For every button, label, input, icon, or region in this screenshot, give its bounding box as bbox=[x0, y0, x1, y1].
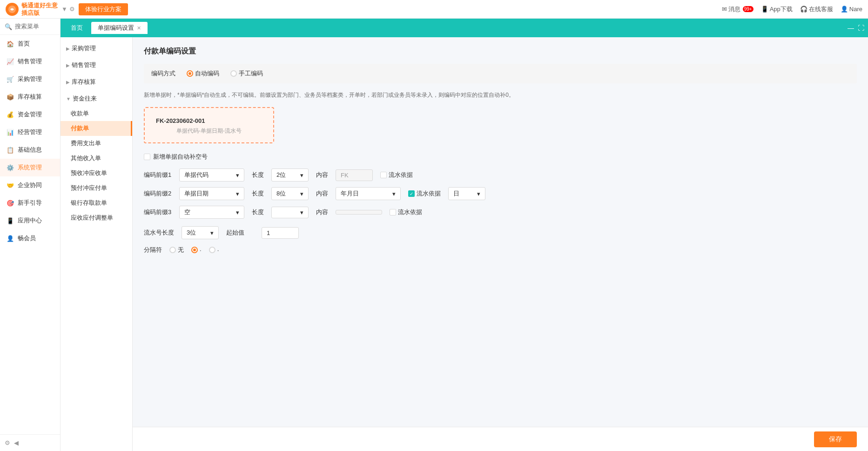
right-wrapper: 首页 单据编码设置 ✕ — ⛶ ▶ 采购管理 bbox=[61, 19, 868, 451]
sidebar-label-inventory: 库存核算 bbox=[18, 93, 42, 101]
prefix3-label: 编码前缀3 bbox=[144, 208, 172, 216]
preview-code: FK-20230602-001 bbox=[156, 115, 262, 125]
sidebar-collapse-btn[interactable]: ◀ bbox=[14, 439, 19, 446]
finance-icon: 💰 bbox=[7, 111, 14, 118]
len1-select[interactable]: 2位 ▾ bbox=[271, 168, 309, 182]
sec-item-other-income[interactable]: 其他收入单 bbox=[61, 151, 132, 166]
sidebar-settings-btn[interactable]: ⚙ bbox=[5, 439, 10, 446]
sec-item-receipt[interactable]: 收款单 bbox=[61, 106, 132, 121]
stream1-checkbox[interactable] bbox=[380, 172, 387, 178]
sidebar-label-sales: 销售管理 bbox=[18, 57, 42, 66]
save-button[interactable]: 保存 bbox=[814, 431, 857, 447]
sidebar-item-corp[interactable]: 🤝 企业协同 bbox=[0, 176, 60, 194]
page-title: 付款单编码设置 bbox=[144, 47, 857, 56]
form-row-1: 编码前缀1 单据代码 ▾ 长度 2位 ▾ 内容 FK bbox=[144, 168, 857, 182]
logo-text: 畅通道好生意 插店版 bbox=[21, 2, 58, 16]
auto-fill-checkbox[interactable] bbox=[144, 154, 150, 160]
sep-dot-option[interactable]: · bbox=[191, 247, 202, 254]
sec-item-pre-payment[interactable]: 预付冲应付单 bbox=[61, 181, 132, 195]
info-text: 新增单据时，*单据编码*自动生成，不可编辑。前缀设置为部门、业务员等档案类，开单… bbox=[144, 91, 857, 100]
sep-dot2-option[interactable]: · bbox=[209, 247, 219, 254]
stream3-check[interactable]: 流水依据 bbox=[390, 208, 422, 216]
sidebar-item-system[interactable]: ⚙️ 系统管理 bbox=[0, 159, 60, 176]
sidebar-label-apps: 应用中心 bbox=[18, 216, 42, 225]
auto-code-option[interactable]: 自动编码 bbox=[187, 69, 219, 78]
auto-code-radio[interactable] bbox=[187, 70, 193, 77]
search-menu[interactable]: 🔍 搜索菜单 bbox=[0, 19, 60, 35]
online-service-item[interactable]: 🎧 在线客服 bbox=[800, 5, 833, 13]
prefix3-select[interactable]: 空 ▾ bbox=[179, 206, 244, 219]
sep-dot2-label: · bbox=[217, 247, 219, 254]
sidebar-item-guide[interactable]: 🎯 新手引导 bbox=[0, 194, 60, 212]
stream1-check[interactable]: 流水依据 bbox=[380, 171, 413, 179]
message-item[interactable]: ✉ 消息 99+ bbox=[722, 5, 754, 13]
tab-maximize-icon[interactable]: ⛶ bbox=[858, 24, 864, 32]
sec-item-expense[interactable]: 费用支出单 bbox=[61, 136, 132, 151]
logo-icon bbox=[6, 3, 19, 16]
settings-icon[interactable]: ⚙ bbox=[69, 6, 75, 13]
sec-group-purchase-title[interactable]: ▶ 采购管理 bbox=[61, 41, 132, 56]
user-name: Nare bbox=[849, 6, 862, 13]
sidebar-item-purchase[interactable]: 🛒 采购管理 bbox=[0, 70, 60, 88]
sec-group-sales-title[interactable]: ▶ 销售管理 bbox=[61, 58, 132, 73]
sec-item-pre-receipt[interactable]: 预收冲应收单 bbox=[61, 166, 132, 181]
tab-bar: 首页 单据编码设置 ✕ — ⛶ bbox=[61, 19, 868, 37]
tab-minimize-icon[interactable]: — bbox=[848, 24, 854, 32]
nav-dropdown[interactable]: ▼ bbox=[61, 6, 67, 13]
sec-item-payment[interactable]: 付款单 bbox=[61, 121, 132, 136]
manual-code-option[interactable]: 手工编码 bbox=[230, 69, 263, 78]
separator-row: 分隔符 无 · · bbox=[144, 246, 857, 254]
serial-length-select[interactable]: 3位 ▾ bbox=[182, 226, 219, 239]
sec-group-inventory-title[interactable]: ▶ 库存核算 bbox=[61, 74, 132, 89]
form-row-3: 编码前缀3 空 ▾ 长度 ▾ 内容 bbox=[144, 206, 857, 219]
len2-select[interactable]: 8位 ▾ bbox=[271, 187, 309, 200]
app-download-item[interactable]: 📱 App下载 bbox=[761, 5, 793, 13]
len3-select[interactable]: ▾ bbox=[271, 207, 309, 218]
sec-group-capital-title[interactable]: ▼ 资金往来 bbox=[61, 91, 132, 106]
content1-input: FK bbox=[336, 169, 373, 181]
sep-dot-radio[interactable] bbox=[191, 247, 198, 253]
sec-item-bank[interactable]: 银行存取款单 bbox=[61, 195, 132, 210]
trial-btn[interactable]: 体验行业方案 bbox=[79, 3, 128, 15]
sidebar-item-base[interactable]: 📋 基础信息 bbox=[0, 141, 60, 159]
start-value-input[interactable] bbox=[262, 227, 299, 239]
user-item[interactable]: 👤 Nare bbox=[841, 6, 862, 13]
main-container: 🔍 搜索菜单 🏠 首页 📈 销售管理 🛒 采购管理 📦 库存核算 💰 资金管理 … bbox=[0, 19, 868, 451]
stream2-checkbox[interactable]: ✓ bbox=[408, 190, 415, 197]
user-avatar: 👤 bbox=[841, 6, 848, 13]
sidebar-label-base: 基础信息 bbox=[18, 146, 42, 154]
tab-serial-settings[interactable]: 单据编码设置 ✕ bbox=[91, 22, 148, 34]
prefix2-select[interactable]: 单据日期 ▾ bbox=[179, 187, 244, 200]
home-icon: 🏠 bbox=[7, 40, 14, 47]
sidebar-item-inventory[interactable]: 📦 库存核算 bbox=[0, 88, 60, 106]
stream3-checkbox[interactable] bbox=[390, 209, 396, 215]
preview-box: FK-20230602-001 单据代码-单据日期-流水号 bbox=[144, 107, 274, 143]
stream2-check[interactable]: ✓ 流水依据 bbox=[408, 189, 441, 198]
phone-icon: 📱 bbox=[761, 6, 768, 13]
sep-dot2-radio[interactable] bbox=[209, 247, 215, 253]
guide-icon: 🎯 bbox=[7, 199, 14, 207]
headset-icon: 🎧 bbox=[800, 6, 807, 13]
tab-close-icon[interactable]: ✕ bbox=[137, 25, 141, 31]
sidebar-item-home[interactable]: 🏠 首页 bbox=[0, 35, 60, 53]
len3-chevron: ▾ bbox=[300, 209, 303, 216]
stream2-unit-select[interactable]: 日 ▾ bbox=[448, 187, 485, 200]
sep-none-option[interactable]: 无 bbox=[169, 246, 184, 254]
manual-code-radio[interactable] bbox=[230, 70, 237, 77]
base-icon: 📋 bbox=[7, 146, 14, 154]
topbar-right: ✉ 消息 99+ 📱 App下载 🎧 在线客服 👤 Nare bbox=[722, 5, 862, 13]
sep-none-radio[interactable] bbox=[169, 247, 176, 253]
sidebar-item-finance[interactable]: 💰 资金管理 bbox=[0, 106, 60, 123]
sep-label: 分隔符 bbox=[144, 246, 162, 254]
tab-home[interactable]: 首页 bbox=[64, 22, 89, 34]
auto-code-label: 自动编码 bbox=[195, 69, 219, 78]
content2-select[interactable]: 年月日 ▾ bbox=[336, 187, 401, 200]
sidebar-item-member[interactable]: 👤 畅会员 bbox=[0, 229, 60, 247]
prefix1-select[interactable]: 单据代码 ▾ bbox=[179, 168, 244, 182]
sidebar-item-apps[interactable]: 📱 应用中心 bbox=[0, 212, 60, 229]
sidebar-item-sales[interactable]: 📈 销售管理 bbox=[0, 53, 60, 70]
stream1-label: 流水依据 bbox=[389, 171, 413, 179]
sec-group-sales: ▶ 销售管理 bbox=[61, 58, 132, 73]
sec-item-adjustment[interactable]: 应收应付调整单 bbox=[61, 210, 132, 225]
sidebar-item-operation[interactable]: 📊 经营管理 bbox=[0, 123, 60, 141]
